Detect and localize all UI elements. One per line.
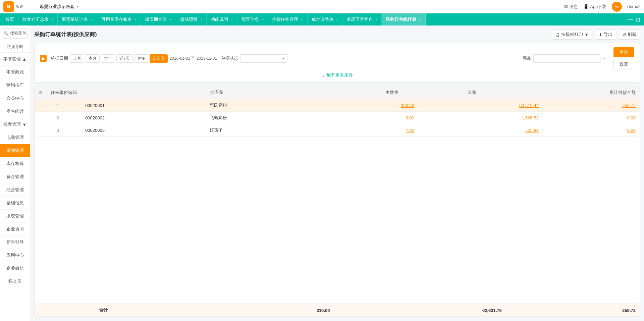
tab-function-desc[interactable]: 功能说明 × [207, 13, 237, 25]
tab-close-icon[interactable]: × [135, 17, 137, 21]
tab-close-icon[interactable]: × [419, 17, 421, 21]
footer-empty-2 [45, 304, 95, 317]
tab-close-icon[interactable]: × [301, 17, 303, 21]
footer-quantity: 316.00 [200, 304, 334, 317]
date-last-month-button[interactable]: 上月 [70, 54, 84, 63]
column-settings-icon[interactable]: ⚙ [39, 90, 43, 95]
search-menu-button[interactable]: 🔍 搜索菜单 [2, 28, 28, 39]
tab-close-icon[interactable]: × [169, 17, 171, 21]
filter-row-main: ▶ 单据日期 上月 本月 本年 近7天 更多 自定义 2016-01-01 至 … [40, 47, 634, 69]
query-button[interactable]: 查询 [613, 47, 634, 57]
sidebar-item-retail-manage[interactable]: 零售管理 ▲ [0, 53, 30, 66]
table-footer-table: 合计 316.00 62,631.76 259.72 [35, 304, 640, 317]
nav-maximize-icon[interactable]: ⊡ [636, 16, 640, 23]
sidebar-item-basic-info[interactable]: 基础信息 [0, 197, 30, 210]
workspace-selector[interactable]: 母婴行业演示账套 ▼ [37, 2, 82, 11]
status-select[interactable] [240, 54, 287, 63]
tab-close-icon[interactable]: × [91, 17, 93, 21]
table-row[interactable]: 1 00020001 惠氏奶粉 303.00 60,519.44 259.72 [35, 99, 640, 112]
export-icon: ⬇ [599, 32, 602, 37]
top-bar-right: ✉ 消息 📱 App下载 Ea demo2 [564, 2, 641, 12]
tab-available-stock[interactable]: 可用量库存账本 × [97, 13, 141, 25]
tab-inventory-summary[interactable]: 收发存汇总表 × [18, 13, 58, 25]
goods-input[interactable] [533, 54, 600, 63]
sidebar-item-operations[interactable]: 经营管理 [0, 183, 30, 197]
filter-more-conditions[interactable]: ⌄ 展开更多条件 [40, 72, 634, 78]
row-quantity[interactable]: 7.00 [321, 124, 418, 137]
user-avatar[interactable]: Ea [612, 2, 622, 12]
export-button[interactable]: ⬇ 导出 [595, 30, 616, 40]
app-download-button[interactable]: 📱 App下载 [583, 4, 606, 10]
sidebar-item-label: 采购管理 [6, 148, 24, 154]
settings-button[interactable]: 设置 [613, 59, 634, 69]
tab-close-icon[interactable]: × [51, 17, 53, 21]
message-button[interactable]: ✉ 消息 [564, 4, 578, 10]
sidebar-item-member[interactable]: 会员中心 [0, 92, 30, 105]
tab-pick-task[interactable]: 拣货任务管理 × [268, 13, 307, 25]
tab-close-icon[interactable]: × [375, 17, 377, 21]
sidebar-item-member-card[interactable]: 畅会员 [0, 275, 30, 288]
date-more-button[interactable]: 更多 [134, 54, 148, 63]
sidebar-item-retail-mall[interactable]: 零售商城 [0, 66, 30, 79]
row-supplier: 好孩子 [206, 124, 321, 137]
tab-close-icon[interactable]: × [231, 17, 233, 21]
row-paid[interactable]: 0.00 [543, 112, 640, 124]
sidebar-item-app-center[interactable]: 应用中心 [0, 249, 30, 262]
tab-order-stats[interactable]: 要货单统计表 × [58, 13, 97, 25]
table-row[interactable]: 3 00020005 好孩子 7.00 525.80 0.00 [35, 124, 640, 137]
data-table-body: 1 00020001 惠氏奶粉 303.00 60,519.44 259.72 … [35, 99, 640, 137]
tab-invite-downstream[interactable]: 邀请下游客户 × [342, 13, 382, 25]
print-button[interactable]: 🖨 按模板打印 ▼ [552, 30, 592, 40]
sidebar-item-stock-check[interactable]: 库存核算 [0, 157, 30, 170]
nav-minimize-icon[interactable]: — [628, 16, 633, 22]
sidebar-item-finance[interactable]: 资金管理 [0, 170, 30, 183]
row-paid[interactable]: 259.72 [543, 99, 640, 112]
footer-label: 合计 [95, 304, 200, 317]
refresh-button[interactable]: ↺ 刷新 [619, 30, 640, 40]
date-this-month-button[interactable]: 本月 [86, 54, 100, 63]
tab-config-info[interactable]: 配置信息 × [237, 13, 268, 25]
col-settings: ⚙ [35, 86, 47, 99]
tab-close-icon[interactable]: × [262, 17, 264, 21]
row-code: 00020005 [81, 124, 206, 137]
table-footer: 合计 316.00 62,631.76 259.72 [35, 304, 640, 317]
tab-label: 超储预警 [180, 16, 198, 22]
filter-status-item: 单据状态 [221, 54, 287, 63]
sidebar-item-new-guide[interactable]: 新手引导 [0, 236, 30, 249]
sidebar-item-system[interactable]: 系统管理 [0, 210, 30, 223]
sidebar-item-retail-stats[interactable]: 零售统计 [0, 105, 30, 118]
tab-expiry-query[interactable]: 保质期查询 × [141, 13, 176, 25]
tab-home[interactable]: 首页 [1, 13, 18, 25]
quick-nav-button[interactable]: 快捷导航 [0, 41, 30, 53]
goods-more-icon[interactable]: ⋯ [602, 56, 607, 61]
row-amount[interactable]: 1,586.52 [418, 112, 543, 124]
sidebar-item-label: 零售统计 [6, 108, 24, 114]
table-header-row: ⚙ 往来单位编码 供应商 主数量 金额 累计付款金额 [35, 86, 640, 99]
sidebar-item-marketing[interactable]: 营销推广 [0, 79, 30, 92]
row-amount[interactable]: 525.80 [418, 124, 543, 137]
goods-filter-label: 商品 [523, 55, 531, 61]
sidebar: 🔍 搜索菜单 快捷导航 零售管理 ▲ 零售商城 营销推广 会员中心 零售统计 批… [0, 25, 30, 321]
row-quantity[interactable]: 303.00 [321, 99, 418, 112]
tab-close-icon[interactable]: × [336, 17, 338, 21]
user-name[interactable]: demo2 [627, 4, 641, 9]
row-amount[interactable]: 60,519.44 [418, 99, 543, 112]
workspace-chevron-icon: ▼ [76, 5, 79, 8]
content-area: 采购订单统计表(按供应商) 🖨 按模板打印 ▼ ⬇ 导出 ↺ 刷新 [30, 25, 644, 321]
row-quantity[interactable]: 6.00 [321, 112, 418, 124]
tab-purchase-stats[interactable]: 采购订单统计表 × [382, 13, 425, 25]
sidebar-item-purchase[interactable]: 采购管理 [0, 144, 30, 157]
filter-expand-button[interactable]: ▶ [40, 55, 47, 62]
sidebar-item-wholesale[interactable]: 批发管理 ▼ [0, 118, 30, 131]
row-paid[interactable]: 0.00 [543, 124, 640, 137]
tab-overstock-warning[interactable]: 超储预警 × [176, 13, 207, 25]
sidebar-item-enterprise-wechat[interactable]: 企业微信 [0, 262, 30, 275]
sidebar-item-collaboration[interactable]: 企业协同 [0, 223, 30, 236]
logo-area: 好 标题 [3, 1, 34, 12]
date-this-year-button[interactable]: 本年 [101, 54, 115, 63]
sidebar-item-ecommerce[interactable]: 电商管理 [0, 131, 30, 144]
tab-close-icon[interactable]: × [200, 17, 202, 21]
date-7days-button[interactable]: 近7天 [116, 54, 133, 63]
table-row[interactable]: 2 00020002 飞鹤奶粉 6.00 1,586.52 0.00 [35, 112, 640, 124]
tab-cost-adjust[interactable]: 成本调整单 × [308, 13, 342, 25]
